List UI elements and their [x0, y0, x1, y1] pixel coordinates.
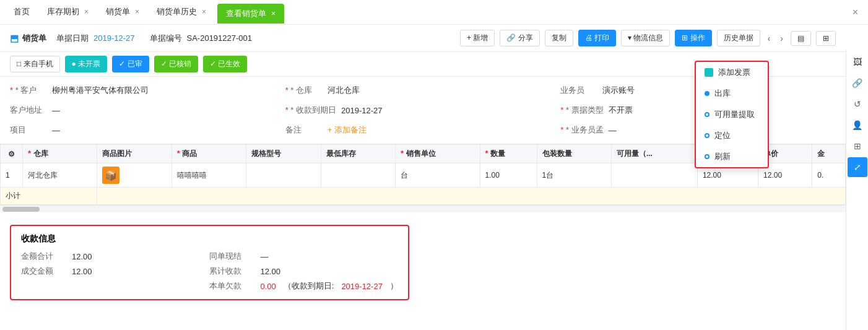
tab-sales-order-close[interactable]: ×: [135, 7, 139, 16]
payment-owe-date: 2019-12-27: [341, 282, 383, 291]
tab-inventory-init-close[interactable]: ×: [84, 7, 89, 16]
doc-title: ⬒ 销货单: [10, 33, 46, 44]
add-invoice-item[interactable]: 添加发票: [696, 62, 768, 83]
note-label: 备注: [285, 124, 323, 136]
staff2-value: —: [609, 126, 617, 135]
locate-icon: [705, 133, 710, 138]
history-button[interactable]: 历史单据: [717, 30, 760, 46]
view2-button[interactable]: ⊞: [816, 31, 836, 46]
subtotal-row: 小计: [1, 188, 846, 205]
from-phone-btn[interactable]: □ 来自手机: [10, 56, 60, 72]
doc-actions: + 新增 🔗 分享 复制 🖨 打印 ▾ 物流信息 ⊞ 操作 历史单据 ‹ › ▤…: [460, 30, 836, 46]
row-spec: [246, 163, 321, 188]
payment-title: 收款信息: [21, 233, 398, 245]
horizontal-scrollbar[interactable]: [0, 205, 846, 212]
operate-dropdown: 添加发票 出库 可用量提取 定位 刷新: [695, 61, 769, 168]
project-field: 项目 —: [10, 123, 285, 137]
payment-section-wrapper: 收款信息 金额合计 12.00 同单现结 — 成交金额 12.00: [0, 212, 846, 308]
check-btn[interactable]: ✓ 已审: [112, 56, 149, 72]
payment-owe-suffix: （收款到期日:: [284, 280, 334, 292]
tab-check-sales[interactable]: 查看销货单 ×: [217, 4, 284, 24]
not-open-btn[interactable]: ● 未开票: [65, 56, 108, 72]
warehouse-label: * 仓库: [285, 85, 323, 96]
outbound-item[interactable]: 出库: [696, 83, 768, 104]
col-spec: 规格型号: [246, 145, 321, 163]
refresh-icon: [705, 154, 710, 159]
operate-button[interactable]: ⊞ 操作: [675, 30, 711, 46]
window-close-button[interactable]: ×: [848, 7, 863, 18]
payment-row-1: 金额合计 12.00: [21, 251, 209, 262]
img-icon[interactable]: 🖼: [848, 52, 867, 72]
row-product-img: 📦: [97, 163, 171, 188]
refresh-item[interactable]: 刷新: [696, 146, 768, 167]
add-invoice-icon: [705, 68, 713, 77]
tab-check-sales-close[interactable]: ×: [271, 9, 276, 18]
col-available: 可用量（...: [611, 145, 697, 163]
view1-button[interactable]: ▤: [791, 31, 811, 46]
doc-date-value: 2019-12-27: [93, 33, 135, 43]
row-qty: 1.00: [480, 163, 537, 188]
staff-value: 演示账号: [602, 85, 635, 96]
col-amount: 金: [812, 145, 846, 163]
expand-icon[interactable]: ⤢: [848, 157, 867, 177]
address-field: 客户地址 —: [10, 103, 285, 118]
outbound-icon: [705, 91, 710, 96]
payment-row-3-col2: 本单欠款 0.00 （收款到期日: 2019-12-27 ）: [209, 280, 397, 292]
copy-button[interactable]: 复制: [545, 30, 573, 46]
address-label: 客户地址: [10, 105, 47, 116]
col-unit: 销售单位: [396, 145, 480, 163]
tab-sales-history[interactable]: 销货单历史 ×: [148, 0, 215, 25]
staff2-label: * 业务员孟: [560, 124, 603, 136]
payment-grid: 金额合计 12.00 同单现结 — 成交金额 12.00 累计收款: [21, 251, 398, 292]
tab-sales-order[interactable]: 销货单 ×: [97, 0, 148, 25]
subtotal-label: 小计: [1, 188, 97, 205]
already-effect-btn[interactable]: ✓ 已生效: [203, 56, 247, 72]
col-product-img: 商品图片: [97, 145, 171, 163]
doc-date: 单据日期 2019-12-27: [56, 33, 135, 44]
logistics-button[interactable]: ▾ 物流信息: [621, 30, 670, 46]
customer-value: 柳州粤港平安气体有限公司: [52, 85, 149, 96]
payment-date-field: * 收款到期日 2019-12-27: [285, 103, 561, 118]
col-min-stock: 最低库存: [321, 145, 395, 163]
share-button[interactable]: 🔗 分享: [500, 30, 539, 46]
tab-inventory-init[interactable]: 库存期初 ×: [38, 0, 97, 25]
available-qty-icon: [705, 112, 710, 117]
payment-deal-label: 成交金额: [21, 266, 64, 277]
add-note-button[interactable]: + 添加备注: [328, 124, 367, 136]
col-gear[interactable]: ⚙: [1, 145, 23, 163]
tab-sales-history-close[interactable]: ×: [202, 7, 206, 16]
doc-no: 单据编号 SA-20191227-001: [150, 33, 253, 44]
new-button[interactable]: + 新增: [460, 30, 495, 46]
warehouse-value: 河北仓库: [328, 85, 360, 96]
payment-row-1-col2: 同单现结 —: [209, 251, 397, 262]
subtotal-values: [97, 188, 846, 205]
print-button[interactable]: 🖨 打印: [578, 30, 616, 46]
doc-title-text: 销货单: [22, 33, 46, 44]
rotate-icon[interactable]: ↺: [848, 94, 867, 114]
row-pack-qty: 1台: [537, 163, 611, 188]
available-qty-item[interactable]: 可用量提取: [696, 104, 768, 125]
doc-meta: 单据日期 2019-12-27 单据编号 SA-20191227-001: [56, 33, 252, 44]
project-value: —: [52, 126, 60, 135]
tab-home[interactable]: 首页: [5, 0, 38, 25]
payment-owe-paren: ）: [390, 280, 398, 292]
customer-label: * 客户: [10, 85, 47, 96]
col-product: 商品: [171, 145, 246, 163]
next-arrow[interactable]: ›: [778, 32, 786, 45]
already-sold-btn[interactable]: ✓ 已核销: [154, 56, 198, 72]
user-icon[interactable]: 👤: [848, 115, 867, 135]
table-icon[interactable]: ⊞: [848, 136, 867, 156]
customer-field: * 客户 柳州粤港平安气体有限公司: [10, 83, 285, 98]
link-icon[interactable]: 🔗: [848, 73, 867, 93]
locate-item[interactable]: 定位: [696, 125, 768, 146]
prev-arrow[interactable]: ‹: [765, 32, 773, 45]
ticket-type-label: * 票据类型: [560, 105, 603, 116]
row-product: 嘻嘻嘻嘻: [171, 163, 246, 188]
ticket-type-value: 不开票: [609, 105, 633, 116]
payment-row-3: [21, 280, 209, 292]
col-pack-qty: 包装数量: [537, 145, 611, 163]
warehouse-field: * 仓库 河北仓库: [285, 83, 561, 98]
payment-date-label: * 收款到期日: [285, 105, 336, 116]
doc-header: ⬒ 销货单 单据日期 2019-12-27 单据编号 SA-20191227-0…: [0, 25, 846, 52]
payment-same-value: —: [260, 252, 268, 261]
